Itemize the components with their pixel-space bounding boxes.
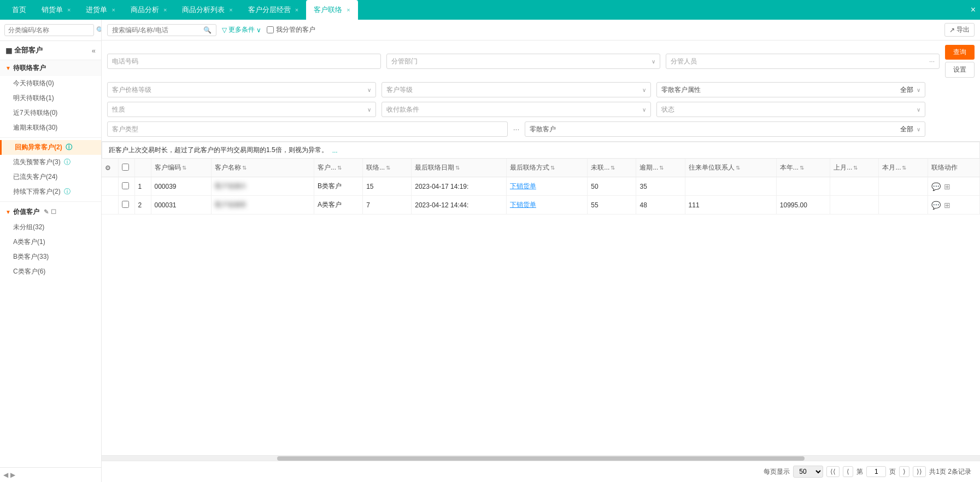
- retail-field[interactable]: 零散客户 全部 ∨: [525, 121, 925, 137]
- sidebar-item-c-class[interactable]: C类客户(6): [0, 264, 101, 279]
- phone-field[interactable]: 电话号码: [107, 54, 381, 69]
- sidebar-item-repurchase-abnormal[interactable]: 回购异常客户(2) ⓘ: [0, 140, 101, 155]
- checkbox-icon[interactable]: ☐: [51, 208, 56, 216]
- nav-product-list-close[interactable]: ×: [229, 0, 232, 20]
- tooltip-more-btn[interactable]: ...: [332, 147, 338, 154]
- sidebar-item-lost-warning[interactable]: 流失预警客户(3) ⓘ: [0, 155, 101, 170]
- row2-last-method[interactable]: 下销货单: [506, 196, 587, 214]
- nav-customer-contact[interactable]: 客户联络 ×: [306, 0, 357, 20]
- gender-field[interactable]: 性质 ∨: [107, 102, 376, 117]
- row1-chat-icon[interactable]: 💬: [931, 182, 941, 191]
- nav-customer-contact-close[interactable]: ×: [347, 0, 350, 20]
- nav-home[interactable]: 首页: [4, 0, 34, 20]
- more-conditions-btn[interactable]: ▽ 更多条件 ∨: [222, 25, 261, 34]
- sidebar-arrow-left[interactable]: ◀: [3, 471, 8, 479]
- sidebar-item-b-class[interactable]: B类客户(33): [0, 249, 101, 264]
- export-button[interactable]: ↗ 导出: [944, 23, 975, 37]
- main-search-input[interactable]: [112, 26, 201, 34]
- row1-more-icon[interactable]: ⊞: [944, 182, 950, 191]
- th-contact[interactable]: 联络... ⇅: [363, 159, 412, 177]
- status-field[interactable]: 状态 ∨: [656, 102, 925, 117]
- window-close-button[interactable]: ×: [971, 5, 976, 15]
- sidebar-all-customers[interactable]: ▦ 全部客户 «: [0, 41, 101, 60]
- sort-overdue-icon[interactable]: ⇅: [659, 165, 664, 171]
- person-dots[interactable]: ···: [929, 57, 935, 65]
- sidebar-item-7days[interactable]: 近7天待联络(0): [0, 106, 101, 120]
- th-last-month[interactable]: 上月... ⇅: [830, 159, 879, 177]
- next-page-btn[interactable]: ⟩: [899, 466, 909, 477]
- row1-check[interactable]: [122, 182, 129, 189]
- prev-page-btn[interactable]: ⟨: [843, 466, 853, 477]
- sidebar-search-input[interactable]: [4, 24, 94, 36]
- nav-product-analysis[interactable]: 商品分析 ×: [123, 0, 174, 20]
- last-page-btn[interactable]: ⟩⟩: [913, 466, 926, 477]
- nav-product-list[interactable]: 商品分析列表 ×: [174, 0, 240, 20]
- retail-attr-field[interactable]: 零散客户属性 全部 ∨: [656, 82, 925, 97]
- nav-purchase[interactable]: 进货单 ×: [78, 0, 122, 20]
- th-last-contact-date[interactable]: 最后联络日期 ⇅: [412, 159, 507, 177]
- settings-button[interactable]: 设置: [945, 62, 975, 78]
- sidebar-item-overdue[interactable]: 逾期未联络(30): [0, 120, 101, 135]
- scrollbar-thumb[interactable]: [277, 456, 804, 461]
- nav-product-analysis-close[interactable]: ×: [163, 0, 167, 20]
- sidebar-item-ungrouped[interactable]: 未分组(32): [0, 220, 101, 235]
- nav-customer-tier-close[interactable]: ×: [295, 0, 298, 20]
- query-button[interactable]: 查询: [945, 45, 975, 60]
- th-unread[interactable]: 未联... ⇅: [588, 159, 636, 177]
- first-page-btn[interactable]: ⟨⟨: [826, 466, 840, 477]
- sidebar-item-a-class[interactable]: A类客户(1): [0, 235, 101, 249]
- sort-code-icon[interactable]: ⇅: [182, 165, 186, 171]
- th-type[interactable]: 客户... ⇅: [314, 159, 363, 177]
- nav-purchase-close[interactable]: ×: [112, 0, 115, 20]
- th-name[interactable]: 客户名称 ⇅: [212, 159, 314, 177]
- person-field[interactable]: 分管人员 ···: [666, 54, 940, 69]
- sort-unit-icon[interactable]: ⇅: [736, 165, 740, 171]
- th-unit-contact[interactable]: 往来单位联系人 ⇅: [685, 159, 776, 177]
- select-all-checkbox[interactable]: [122, 164, 129, 171]
- nav-sales[interactable]: 销货单 ×: [34, 0, 78, 20]
- sort-tmonth-icon[interactable]: ⇅: [902, 165, 906, 171]
- page-size-select[interactable]: 50 100 200: [793, 466, 823, 478]
- nav-sales-close[interactable]: ×: [67, 0, 71, 20]
- sidebar-item-lost[interactable]: 已流失客户(24): [0, 170, 101, 184]
- sort-name-icon[interactable]: ⇅: [242, 165, 247, 171]
- th-last-contact-method[interactable]: 最后联络方式 ⇅: [506, 159, 587, 177]
- sidebar-item-today[interactable]: 今天待联络(0): [0, 76, 101, 91]
- sidebar-item-declining[interactable]: 持续下滑客户(2) ⓘ: [0, 184, 101, 199]
- th-code[interactable]: 客户编码 ⇅: [151, 159, 212, 177]
- th-this-month[interactable]: 本月... ⇅: [879, 159, 928, 177]
- sort-lmonth-icon[interactable]: ⇅: [853, 165, 858, 171]
- sort-date-icon[interactable]: ⇅: [455, 165, 460, 171]
- sort-method-icon[interactable]: ⇅: [550, 165, 555, 171]
- pay-field[interactable]: 收付款条件 ∨: [382, 102, 650, 117]
- page-number-input[interactable]: [866, 466, 886, 477]
- row2-check[interactable]: [122, 201, 129, 208]
- sort-type-icon[interactable]: ⇅: [337, 165, 342, 171]
- sort-unread-icon[interactable]: ⇅: [611, 165, 615, 171]
- sidebar-arrow-right[interactable]: ▶: [10, 471, 15, 479]
- sidebar-value-group-header[interactable]: ▼ 价值客户 ✎ ☐: [0, 204, 101, 220]
- sidebar-item-tomorrow[interactable]: 明天待联络(1): [0, 91, 101, 106]
- sidebar-waiting-header[interactable]: ▼ 待联络客户: [0, 60, 101, 76]
- my-customers-checkbox[interactable]: 我分管的客户: [267, 25, 315, 34]
- my-customers-check[interactable]: [267, 26, 274, 33]
- edit-icon[interactable]: ✎: [44, 208, 49, 216]
- row1-last-method[interactable]: 下销货单: [506, 177, 587, 196]
- search-icon-main[interactable]: 🔍: [203, 26, 212, 34]
- th-overdue[interactable]: 逾期... ⇅: [636, 159, 685, 177]
- th-this-year[interactable]: 本年... ⇅: [776, 159, 830, 177]
- row2-more-icon[interactable]: ⊞: [944, 201, 950, 210]
- sidebar-collapse-icon[interactable]: «: [92, 47, 96, 55]
- sort-year-icon[interactable]: ⇅: [800, 165, 804, 171]
- horizontal-scrollbar[interactable]: [102, 455, 980, 461]
- sidebar-search-icon[interactable]: 🔍: [96, 26, 102, 34]
- dept-field[interactable]: 分管部门 ∨: [386, 54, 660, 69]
- price-grade-field[interactable]: 客户价格等级 ∨: [107, 82, 376, 97]
- grade-field[interactable]: 客户等级 ∨: [382, 82, 650, 97]
- customer-type-field[interactable]: 客户类型: [107, 121, 508, 137]
- nav-customer-tier[interactable]: 客户分层经营 ×: [240, 0, 306, 20]
- row2-chat-icon[interactable]: 💬: [931, 201, 941, 210]
- sort-contact-icon[interactable]: ⇅: [386, 165, 390, 171]
- row4-dots[interactable]: ···: [513, 125, 520, 133]
- table-settings-icon[interactable]: ⚙: [105, 164, 111, 172]
